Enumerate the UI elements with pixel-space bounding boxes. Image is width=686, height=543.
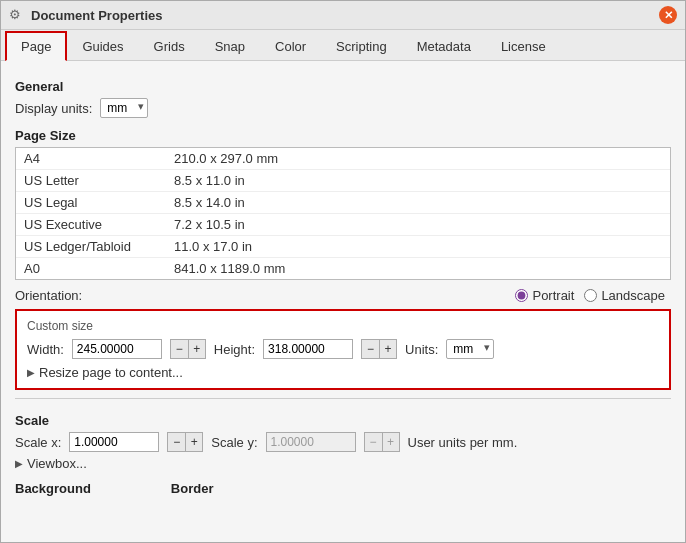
page-size-us-executive[interactable]: US Executive 7.2 x 10.5 in [16,214,670,236]
page-size-list[interactable]: A4 210.0 x 297.0 mm US Letter 8.5 x 11.0… [15,147,671,280]
viewbox-row[interactable]: ▶ Viewbox... [15,456,671,471]
custom-size-label: Custom size [27,319,659,333]
height-label: Height: [214,342,255,357]
tabs-bar: Page Guides Grids Snap Color Scripting M… [1,30,685,61]
tab-metadata[interactable]: Metadata [402,32,486,61]
custom-size-box: Custom size Width: − + Height: − + Units… [15,309,671,390]
triangle-icon: ▶ [15,458,23,469]
custom-units-select[interactable]: mm px cm in [446,339,494,359]
general-row: Display units: mm px cm in pt [15,98,671,118]
tab-color[interactable]: Color [260,32,321,61]
units-label: Units: [405,342,438,357]
orientation-label: Orientation: [15,288,82,303]
landscape-option[interactable]: Landscape [584,288,665,303]
tab-grids[interactable]: Grids [139,32,200,61]
height-increment-button[interactable]: + [379,339,397,359]
scale-units-note: User units per mm. [408,435,518,450]
scale-y-increment-button[interactable]: + [382,432,400,452]
portrait-option[interactable]: Portrait [515,288,574,303]
units-select-wrapper[interactable]: mm px cm in pt [100,98,148,118]
resize-row[interactable]: ▶ Resize page to content... [27,365,659,380]
page-size-name: A4 [24,151,174,166]
triangle-icon: ▶ [27,367,35,378]
height-decrement-button[interactable]: − [361,339,379,359]
portrait-label: Portrait [532,288,574,303]
page-size-dims: 841.0 x 1189.0 mm [174,261,285,276]
tab-scripting[interactable]: Scripting [321,32,402,61]
scale-y-label: Scale y: [211,435,257,450]
border-label: Border [171,481,214,496]
page-size-name: US Letter [24,173,174,188]
scale-y-input[interactable] [266,432,356,452]
tab-page[interactable]: Page [5,31,67,61]
page-size-name: US Executive [24,217,174,232]
app-icon: ⚙ [9,7,25,23]
page-size-a0[interactable]: A0 841.0 x 1189.0 mm [16,258,670,279]
landscape-label: Landscape [601,288,665,303]
height-input[interactable] [263,339,353,359]
viewbox-label: Viewbox... [27,456,87,471]
scale-x-label: Scale x: [15,435,61,450]
landscape-radio[interactable] [584,289,597,302]
page-size-name: A0 [24,261,174,276]
height-stepper: − + [361,339,397,359]
general-section-label: General [15,79,671,94]
portrait-radio[interactable] [515,289,528,302]
tab-license[interactable]: License [486,32,561,61]
width-label: Width: [27,342,64,357]
background-border-row: Background Border [15,481,671,496]
page-size-dims: 11.0 x 17.0 in [174,239,252,254]
custom-size-inputs-row: Width: − + Height: − + Units: mm px [27,339,659,359]
page-size-section-label: Page Size [15,128,671,143]
background-label: Background [15,481,91,496]
page-size-dims: 210.0 x 297.0 mm [174,151,278,166]
close-button[interactable]: ✕ [659,6,677,24]
scale-x-decrement-button[interactable]: − [167,432,185,452]
page-size-name: US Ledger/Tabloid [24,239,174,254]
window-title: Document Properties [31,8,653,23]
scale-x-input[interactable] [69,432,159,452]
page-size-us-legal[interactable]: US Legal 8.5 x 14.0 in [16,192,670,214]
orientation-row: Orientation: Portrait Landscape [15,288,671,303]
page-size-us-letter[interactable]: US Letter 8.5 x 11.0 in [16,170,670,192]
scale-section-label: Scale [15,413,671,428]
page-size-us-ledger[interactable]: US Ledger/Tabloid 11.0 x 17.0 in [16,236,670,258]
width-stepper: − + [170,339,206,359]
scale-y-decrement-button[interactable]: − [364,432,382,452]
scale-x-increment-button[interactable]: + [185,432,203,452]
scale-x-stepper: − + [167,432,203,452]
scale-row: Scale x: − + Scale y: − + User units per… [15,432,671,452]
scale-section: Scale Scale x: − + Scale y: − + User uni… [15,398,671,471]
scale-y-stepper: − + [364,432,400,452]
page-size-name: US Legal [24,195,174,210]
tab-guides[interactable]: Guides [67,32,138,61]
width-input[interactable] [72,339,162,359]
page-size-a4[interactable]: A4 210.0 x 297.0 mm [16,148,670,170]
custom-units-select-wrapper[interactable]: mm px cm in [446,339,494,359]
page-size-dims: 8.5 x 14.0 in [174,195,245,210]
display-units-select[interactable]: mm px cm in pt [100,98,148,118]
display-units-label: Display units: [15,101,92,116]
document-properties-window: ⚙ Document Properties ✕ Page Guides Grid… [0,0,686,543]
page-size-dims: 7.2 x 10.5 in [174,217,245,232]
width-decrement-button[interactable]: − [170,339,188,359]
title-bar: ⚙ Document Properties ✕ [1,1,685,30]
width-increment-button[interactable]: + [188,339,206,359]
page-content: General Display units: mm px cm in pt Pa… [1,61,685,506]
tab-snap[interactable]: Snap [200,32,260,61]
page-size-dims: 8.5 x 11.0 in [174,173,245,188]
resize-label: Resize page to content... [39,365,183,380]
